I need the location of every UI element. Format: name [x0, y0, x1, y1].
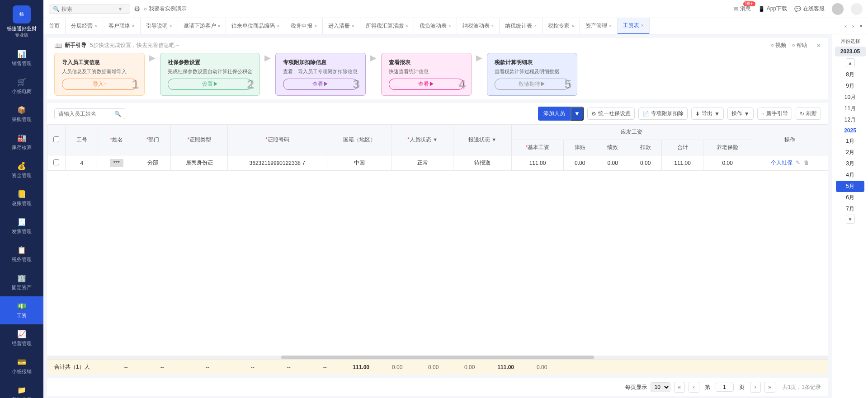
tab-close-salary-icon[interactable]: ×: [641, 23, 644, 28]
sidebar-item-operations[interactable]: 📈 经营管理: [0, 324, 43, 352]
tab-salary[interactable]: 工资表 ×: [618, 18, 650, 34]
sidebar-item-expense[interactable]: 💳 小畅报销: [0, 352, 43, 380]
tab-customer[interactable]: 客户联络 ×: [103, 18, 141, 34]
month-year-down-btn[interactable]: ▼: [846, 215, 855, 224]
step1-btn[interactable]: 导入↑: [62, 79, 137, 90]
page-input[interactable]: [716, 383, 734, 392]
tab-close-icon[interactable]: ×: [448, 23, 451, 28]
month-item-5[interactable]: 5月: [836, 181, 864, 192]
tab-layered[interactable]: 分层经营 ×: [66, 18, 103, 34]
row-edit-icon[interactable]: ✎: [796, 159, 800, 166]
tab-guide-intro[interactable]: 引导说明 ×: [141, 18, 178, 34]
month-item-12[interactable]: 12月: [832, 114, 868, 126]
add-employee-dropdown-btn[interactable]: ▼: [571, 107, 584, 121]
tab-tax-expert[interactable]: 税控专家 ×: [542, 18, 580, 34]
month-item-6[interactable]: 6月: [832, 192, 868, 203]
tab-invite[interactable]: 邀请下游客户 ×: [178, 18, 226, 34]
tab-tax-report[interactable]: 税务申报 ×: [285, 18, 323, 34]
status-filter-icon[interactable]: ▼: [433, 137, 438, 142]
table-scrollbar[interactable]: [47, 356, 828, 359]
global-search[interactable]: 🔍 ▼: [49, 5, 130, 14]
sidebar-item-invoice[interactable]: 🧾 发票管理: [0, 212, 43, 240]
employee-search-input[interactable]: [58, 111, 113, 117]
sidebar-item-purchase[interactable]: 📦 采购管理: [0, 100, 43, 128]
tabs-prev-btn[interactable]: ‹: [843, 22, 849, 30]
employee-search-wrap[interactable]: 🔍: [54, 108, 125, 119]
tab-close-icon[interactable]: ×: [609, 23, 612, 28]
month-item-3[interactable]: 3月: [832, 158, 868, 169]
online-service-btn[interactable]: 💬 在线客服: [794, 5, 825, 13]
tabs-close-all-btn[interactable]: ×: [858, 22, 864, 30]
tab-close-icon[interactable]: ×: [94, 23, 97, 28]
tab-close-icon[interactable]: ×: [534, 23, 537, 28]
sidebar-item-assets[interactable]: 🏢 固定资产: [0, 268, 43, 296]
prev-page-btn[interactable]: ‹: [689, 382, 699, 393]
unified-settings-btn[interactable]: ⚙ 统一社保设置: [587, 108, 635, 120]
scrollbar-thumb[interactable]: [281, 356, 594, 359]
export-btn[interactable]: ⬇ 导出 ▼: [691, 108, 724, 120]
report-filter-icon[interactable]: ▼: [491, 137, 496, 142]
page-size-select[interactable]: 10 20 50: [651, 382, 670, 392]
tab-close-icon[interactable]: ×: [406, 23, 408, 28]
month-item-11[interactable]: 11月: [832, 103, 868, 114]
sidebar-item-inventory[interactable]: 🏭 库存核算: [0, 128, 43, 156]
guide-help-link[interactable]: ○ 帮助: [792, 42, 807, 49]
special-deduction-btn[interactable]: 📄 专项附加扣除: [638, 108, 688, 120]
row-delete-icon[interactable]: 🗑: [804, 159, 809, 166]
month-item-1[interactable]: 1月: [832, 136, 868, 147]
tab-tax-stats[interactable]: 纳税统计表 ×: [500, 18, 542, 34]
user-menu[interactable]: [851, 3, 863, 15]
first-page-btn[interactable]: «: [674, 382, 685, 393]
sidebar-item-salary[interactable]: 💵 工资: [0, 296, 43, 324]
new-guide-btn[interactable]: ○ 新手引导: [757, 108, 792, 120]
row-checkbox[interactable]: [53, 159, 59, 165]
demo-link[interactable]: ○ 我要看实例演示: [144, 5, 187, 13]
tab-product-code[interactable]: 往来单位商品编码 ×: [226, 18, 285, 34]
tab-income-tax[interactable]: 所得税汇算清缴 ×: [360, 18, 414, 34]
search-input[interactable]: [61, 6, 116, 12]
dropdown-icon[interactable]: ▼: [118, 6, 123, 12]
user-avatar[interactable]: [832, 3, 844, 15]
sidebar-item-ecommerce[interactable]: 🛒 小畅电商: [0, 72, 43, 100]
message-btn[interactable]: ✉ 消息 99+: [734, 5, 751, 13]
app-download-btn[interactable]: 📱 App下载: [758, 5, 787, 13]
select-all-checkbox[interactable]: [53, 136, 59, 142]
tab-close-icon[interactable]: ×: [277, 23, 279, 28]
month-item-9[interactable]: 9月: [832, 80, 868, 92]
sidebar-item-basic[interactable]: 📁 基础信息: [0, 380, 43, 398]
sidebar-item-finance[interactable]: 💰 资金管理: [0, 156, 43, 184]
step4-btn[interactable]: 查看▶: [389, 79, 464, 90]
tab-close-icon[interactable]: ×: [491, 23, 494, 28]
tab-close-icon[interactable]: ×: [314, 23, 317, 28]
step2-btn[interactable]: 设置▶: [168, 79, 252, 90]
month-year-up-btn[interactable]: ▲: [846, 58, 855, 67]
tabs-next-btn[interactable]: ›: [850, 22, 856, 30]
row-personal-social-btn[interactable]: 个人社保: [771, 159, 793, 166]
tab-tax-dynamic[interactable]: 纳税波动表 ×: [457, 18, 500, 34]
sidebar-item-ledger[interactable]: 📒 总账管理: [0, 184, 43, 212]
month-item-10[interactable]: 10月: [832, 92, 868, 103]
settings-top-icon[interactable]: ⚙: [134, 5, 140, 13]
guide-close-btn[interactable]: ✕: [816, 42, 821, 49]
tab-close-icon[interactable]: ×: [218, 23, 221, 28]
month-item-4[interactable]: 4月: [832, 169, 868, 181]
search-btn-icon[interactable]: 🔍: [114, 111, 121, 117]
guide-video-link[interactable]: ○ 视频: [771, 42, 787, 49]
month-item-8[interactable]: 8月: [832, 69, 868, 80]
month-item-2[interactable]: 2月: [832, 147, 868, 158]
sidebar-item-sales[interactable]: 📊 销售管理: [0, 44, 43, 72]
step5-btn[interactable]: 敬请期待▶: [495, 79, 570, 90]
next-page-btn[interactable]: ›: [750, 382, 761, 393]
operations-btn[interactable]: 操作 ▼: [727, 108, 754, 120]
tab-assets[interactable]: 资产管理 ×: [580, 18, 618, 34]
last-page-btn[interactable]: »: [764, 382, 775, 393]
tab-close-icon[interactable]: ×: [352, 23, 354, 28]
step3-btn[interactable]: 查看▶: [283, 79, 358, 90]
tab-close-icon[interactable]: ×: [170, 23, 172, 28]
tab-close-icon[interactable]: ×: [571, 23, 574, 28]
month-item-7[interactable]: 7月: [832, 203, 868, 215]
tab-clearance[interactable]: 进入清册 ×: [323, 18, 360, 34]
tab-tax-burden[interactable]: 税负波动表 ×: [414, 18, 457, 34]
add-employee-btn[interactable]: 添加人员: [538, 107, 571, 121]
refresh-btn[interactable]: ↻ 刷新: [796, 108, 821, 120]
